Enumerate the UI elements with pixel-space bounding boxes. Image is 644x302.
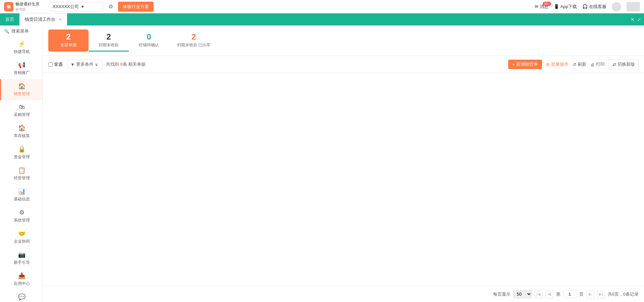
new-sales-order-button[interactable]: + 新增销货单 [508,60,542,69]
card-overdue-unpaid-count: 2 [106,32,111,42]
online-service-button[interactable]: 🎧 在线客服 [582,4,606,10]
switch-label: 切换新版 [618,61,635,67]
online-service-label: 在线客服 [589,4,606,10]
tab-close-btn[interactable]: ✕ [631,17,635,22]
first-page-button[interactable]: |◀ [535,290,543,298]
sidebar-item-finance[interactable]: 🔒 资金管理 [0,142,43,163]
tab-bar-actions: ✕ ⤢ [631,13,644,25]
sales-icon: 🏠 [18,82,25,90]
company-name: XXXXXX公司 [53,4,79,10]
page-size-label: 每页显示 [493,291,511,297]
sidebar-item-quick-nav[interactable]: ⚡ 快捷导航 [0,37,43,58]
sidebar-item-app-center[interactable]: 📥 应用中心 [0,269,43,290]
page-size-select[interactable]: 50 20 100 200 [513,290,532,298]
page-unit: 页 [579,291,584,297]
total-text: 共0页，0条记录 [608,291,639,297]
tab-maximize-btn[interactable]: ⤢ [637,17,641,22]
print-button[interactable]: 🖨 打印 [590,61,605,67]
company-selector[interactable]: XXXXXX公司 ▾ [50,2,103,11]
finance-label: 资金管理 [14,154,30,160]
app-center-icon: 📥 [18,272,25,280]
purchase-label: 采购管理 [14,112,30,118]
next-page-button[interactable]: ▶ [586,290,594,298]
message-icon: ✉ [535,4,538,9]
select-all-label: 全选 [54,61,63,67]
last-page-button[interactable]: ▶| [597,290,605,298]
refresh-label: 刷新 [578,61,586,67]
toolbar: 全选 ▼ 更多条件 ∨ 共找到 0条 相关单据 + 新增销货单 ⊞ [43,56,644,73]
switch-version-button[interactable]: ⇄ 切换新版 [609,59,639,69]
logo-text: 畅捷通好生意 标准版 [15,2,40,11]
app-download-button[interactable]: 📱 App下载 [554,4,577,10]
logo-area: 畅 畅捷通好生意 标准版 [4,2,47,11]
switch-icon: ⇄ [612,62,616,67]
sidebar-item-basic-info[interactable]: 📊 基础信息 [0,184,43,205]
home-tab-label: 首页 [5,16,14,22]
sidebar-item-marketing[interactable]: 📢 营销推广 [0,58,43,79]
plus-icon: + [512,62,515,67]
search-menu-label: 搜索菜单 [11,28,29,34]
search-menu-button[interactable]: 🔍 搜索菜单 [0,25,43,37]
card-overdue-not-shipped-label: 到期未收款 已出库 [177,42,210,48]
card-all-label: 全部单据 [60,42,76,48]
print-icon: 🖨 [590,62,595,67]
tab-workbench[interactable]: 钱货日清工作台 ✕ [19,13,67,25]
inventory-icon: 🏠 [18,124,25,132]
operation-label: 经营管理 [14,175,30,181]
marketing-icon: 📢 [18,61,25,69]
prev-page-button[interactable]: ◀ [545,290,553,298]
system-label: 系统管理 [14,218,30,223]
summary-cards: 2 全部单据 2 到期未收款 0 旺铺待确认 2 到期未收款 已出库 [43,25,644,56]
message-button[interactable]: ✉ 消息 99+ [535,4,548,10]
settings-button[interactable]: ⚙ [106,2,115,11]
user-menu[interactable] [627,2,640,11]
app-download-label: App下载 [560,4,577,10]
sidebar-item-operation[interactable]: 📋 经营管理 [0,163,43,184]
sidebar-item-system[interactable]: ⚙ 系统管理 [0,205,43,227]
batch-operation-button[interactable]: ⊞ 批量操作 [546,61,569,67]
related-label: 相关单据 [128,62,146,67]
basic-info-icon: 📊 [18,188,25,195]
card-overdue-unpaid[interactable]: 2 到期未收款 [89,29,129,52]
headset-icon: 🎧 [582,4,588,9]
refresh-button[interactable]: ↺ 刷新 [573,61,586,67]
cooperation-label: 企业协同 [14,239,30,244]
gear-icon: ⚙ [108,3,113,10]
phone-icon: 📱 [554,4,559,9]
experience-button[interactable]: 体验行业方案 [118,2,154,12]
sidebar-item-sales[interactable]: 🏠 销售管理 [0,79,43,100]
tab-close-icon[interactable]: ✕ [59,17,62,22]
select-all-input[interactable] [48,62,53,67]
marketing-label: 营销推广 [14,70,30,76]
card-pending-confirm-label: 旺铺待确认 [139,42,159,48]
card-all[interactable]: 2 全部单据 [48,29,89,52]
table-area [43,73,644,286]
workbench-tab-label: 钱货日清工作台 [25,16,55,22]
more-filter-button[interactable]: ▼ 更多条件 ∨ [67,60,102,69]
wechat-icon: 💬 [18,293,25,301]
card-pending-confirm[interactable]: 0 旺铺待确认 [129,29,169,52]
quick-nav-label: 快捷导航 [14,49,30,55]
tab-home[interactable]: 首页 [0,13,19,25]
cooperation-icon: 🤝 [18,230,25,237]
new-btn-label: 新增销货单 [516,61,538,67]
inventory-label: 库存核算 [14,133,30,139]
batch-label: 批量操作 [551,61,569,67]
search-icon: 🔍 [4,29,9,34]
sidebar-item-newbie[interactable]: 📷 新手引导 [0,248,43,269]
newbie-icon: 📷 [18,251,25,258]
filter-chevron-icon: ∨ [95,62,98,67]
operation-icon: 📋 [18,167,25,174]
avatar[interactable] [612,2,621,11]
card-overdue-not-shipped[interactable]: 2 到期未收款 已出库 [169,29,218,52]
select-all-checkbox[interactable]: 全选 [48,61,63,67]
sidebar-item-wechat[interactable]: 💬 企业微信 [0,290,43,302]
card-pending-confirm-count: 0 [147,32,151,42]
purchase-icon: 🛍 [19,104,25,111]
sidebar-item-cooperation[interactable]: 🤝 企业协同 [0,227,43,248]
sidebar-item-purchase[interactable]: 🛍 采购管理 [0,100,43,121]
page-number-input[interactable] [563,290,577,298]
toolbar-left: 全选 ▼ 更多条件 ∨ 共找到 0条 相关单据 [48,60,504,69]
sidebar-item-inventory[interactable]: 🏠 库存核算 [0,121,43,142]
page-label: 第 [556,291,560,297]
